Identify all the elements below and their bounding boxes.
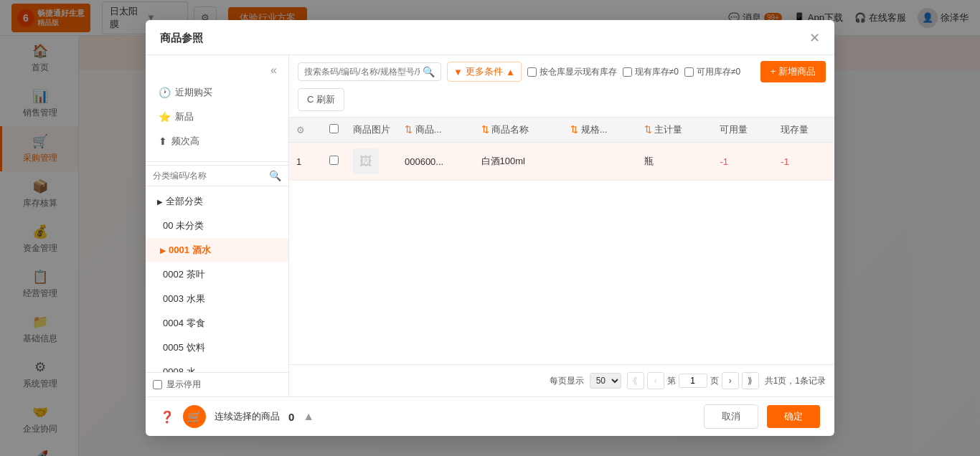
col-name[interactable]: ⇅ 商品名称	[474, 118, 563, 143]
tab-new-products[interactable]: ⭐ 新品	[151, 105, 283, 128]
row-name: 白酒100ml	[474, 143, 563, 181]
category-item-fruit[interactable]: 0003 水果	[146, 287, 288, 311]
category-search-icon[interactable]: 🔍	[269, 170, 281, 181]
category-item-beverage[interactable]: 0005 饮料	[146, 336, 288, 360]
modal-close-button[interactable]: ✕	[809, 30, 820, 46]
sort-icon-spec: ⇅	[570, 124, 578, 135]
col-unit[interactable]: ⇅ 主计量	[637, 118, 713, 143]
col-code[interactable]: ⇅ 商品...	[397, 118, 474, 143]
modal-title: 商品参照	[160, 32, 203, 45]
row-unit: 瓶	[637, 143, 713, 181]
page-total-info: 共1页，1条记录	[765, 375, 826, 387]
active-triangle-icon: ▶	[160, 247, 166, 255]
product-reference-modal: 商品参照 ✕ « 🕐 近期购买 ⭐ 新品 ⬆ 频次高	[146, 20, 834, 436]
select-all-checkbox[interactable]	[329, 124, 339, 133]
refresh-button[interactable]: C 刷新	[298, 88, 344, 111]
collapse-left-button[interactable]: «	[265, 61, 283, 80]
tab-recent-purchase[interactable]: 🕐 近期购买	[151, 81, 283, 104]
filter-icon: ▼	[453, 67, 463, 77]
col-stock: 现存量	[773, 118, 834, 143]
col-image: 商品图片	[346, 118, 397, 143]
product-table-container: ⚙ 商品图片 ⇅ 商品...	[289, 118, 834, 364]
filter-up-icon: ▲	[506, 67, 515, 77]
page-number-input[interactable]	[679, 374, 707, 388]
col-settings[interactable]: ⚙	[289, 118, 322, 143]
show-disabled-checkbox[interactable]	[153, 380, 162, 389]
sort-icon-unit: ⇅	[644, 124, 652, 135]
warehouse-display-checkbox[interactable]: 按仓库显示现有库存	[527, 66, 617, 78]
product-search-box: 🔍	[298, 62, 441, 81]
up-icon: ⬆	[159, 136, 167, 147]
row-code: 000600...	[397, 143, 474, 181]
col-available: 可用量	[712, 118, 773, 143]
pagination: 每页显示 50 ⟪ ‹ 第 页 › ⟫ 共1页，1条记录	[289, 364, 834, 396]
cart-button[interactable]: 🛒	[183, 405, 206, 428]
continuous-label: 连续选择的商品	[215, 410, 280, 423]
table-row[interactable]: 1 🖼 000600... 白酒100ml 瓶 -1	[289, 143, 834, 181]
left-tabs: « 🕐 近期购买 ⭐ 新品 ⬆ 频次高	[146, 55, 288, 158]
row-checkbox[interactable]	[322, 143, 346, 181]
category-item-liquor[interactable]: ▶ 0001 酒水	[146, 238, 288, 262]
category-item-tea[interactable]: 0002 茶叶	[146, 262, 288, 287]
footer-collapse-icon[interactable]: ▲	[303, 410, 314, 423]
category-search-box: 🔍	[146, 165, 288, 186]
sort-icon-name: ⇅	[481, 124, 489, 135]
nonzero-available-checkbox[interactable]: 可用库存≠0	[684, 66, 740, 78]
page-size-select[interactable]: 50	[590, 373, 621, 389]
col-spec[interactable]: ⇅ 规格...	[563, 118, 637, 143]
triangle-icon: ▶	[157, 198, 163, 206]
sort-icon: ⇅	[405, 124, 413, 135]
cancel-button[interactable]: 取消	[704, 404, 758, 429]
prev-page-button[interactable]: ‹	[647, 372, 664, 389]
help-icon[interactable]: ❓	[160, 410, 174, 424]
left-panel: « 🕐 近期购买 ⭐ 新品 ⬆ 频次高 🔍	[146, 55, 289, 396]
product-thumbnail: 🖼	[353, 148, 379, 174]
star-icon: ⭐	[159, 111, 171, 123]
row-spec	[563, 143, 637, 181]
col-checkbox	[322, 118, 346, 143]
first-page-button[interactable]: ⟪	[627, 372, 644, 389]
page-nav: ⟪ ‹ 第 页 › ⟫	[627, 372, 759, 389]
confirm-button[interactable]: 确定	[767, 405, 820, 428]
show-disabled-label[interactable]: 显示停用	[153, 379, 281, 391]
modal-footer: ❓ 🛒 连续选择的商品 0 ▲ 取消 确定	[146, 396, 834, 436]
category-list: ▶ 全部分类 00 未分类 ▶ 0001 酒水 0002 茶叶 0003 水果	[146, 186, 288, 372]
row-num: 1	[289, 143, 322, 181]
modal-body: « 🕐 近期购买 ⭐ 新品 ⬆ 频次高 🔍	[146, 55, 834, 396]
clock-icon: 🕐	[159, 87, 171, 98]
nonzero-stock-checkbox[interactable]: 现有库存≠0	[623, 66, 679, 78]
product-search-input[interactable]	[304, 67, 420, 77]
add-product-button[interactable]: + 新增商品	[760, 61, 826, 82]
row-available: -1	[712, 143, 773, 181]
tab-high-frequency[interactable]: ⬆ 频次高	[151, 130, 283, 153]
category-item-snacks[interactable]: 0004 零食	[146, 311, 288, 336]
right-panel: 🔍 ▼ 更多条件 ▲ 按仓库显示现有库存 现有库存≠0 可用库存≠0	[289, 55, 834, 396]
product-search-icon[interactable]: 🔍	[423, 66, 435, 77]
row-image: 🖼	[346, 143, 397, 181]
category-item-all[interactable]: ▶ 全部分类	[146, 189, 288, 214]
last-page-button[interactable]: ⟫	[742, 372, 759, 389]
product-table: ⚙ 商品图片 ⇅ 商品...	[289, 118, 834, 181]
modal-header: 商品参照 ✕	[146, 20, 834, 55]
continuous-count: 0	[288, 411, 294, 423]
category-item-water[interactable]: 0008 水	[146, 360, 288, 372]
category-search-input[interactable]	[153, 171, 269, 181]
panel-divider	[146, 161, 288, 162]
row-stock: -1	[773, 143, 834, 181]
more-filter-button[interactable]: ▼ 更多条件 ▲	[447, 62, 522, 82]
category-item-uncategorized[interactable]: 00 未分类	[146, 214, 288, 238]
left-panel-bottom: 显示停用	[146, 372, 288, 396]
next-page-button[interactable]: ›	[722, 372, 739, 389]
toolbar: 🔍 ▼ 更多条件 ▲ 按仓库显示现有库存 现有库存≠0 可用库存≠0	[289, 55, 834, 118]
